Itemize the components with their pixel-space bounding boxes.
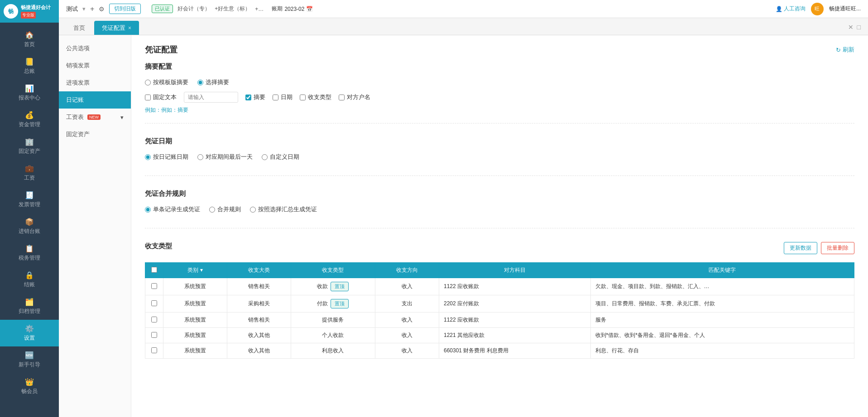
direction-cell: 收入	[375, 328, 439, 343]
support-icon: 👤	[776, 6, 782, 12]
sidebar-item-guide[interactable]: 🆕 新手引导	[0, 346, 59, 373]
row-checkbox-cell	[145, 295, 163, 313]
logo-badge: 专业版	[21, 12, 36, 19]
sidebar-item-home[interactable]: 🏠 首页	[0, 26, 59, 53]
support-button[interactable]: 👤 人工咨询	[776, 5, 806, 13]
ledger-icon: 📒	[25, 57, 34, 66]
update-data-button[interactable]: 更新数据	[784, 242, 817, 254]
merge-rule-radio[interactable]: 合并规则	[209, 205, 241, 213]
sidebar-item-invoice[interactable]: 🧾 发票管理	[0, 186, 59, 213]
fixed-text-checkbox[interactable]: 固定文本	[145, 93, 177, 101]
fixed-text-input[interactable]	[184, 92, 238, 103]
merge-rules-title: 凭证合并规则	[145, 190, 854, 198]
row-checkbox[interactable]	[151, 347, 157, 353]
summary-select-radio[interactable]: 选择摘要	[197, 78, 229, 86]
sidebar-item-settings[interactable]: ⚙️ 设置	[0, 320, 59, 346]
row-checkbox[interactable]	[151, 317, 157, 322]
date-checkbox[interactable]: 日期	[273, 93, 293, 101]
sidebar-logo: 畅 畅捷通好会计 专业版	[0, 0, 59, 23]
left-nav-journal[interactable]: 日记账	[59, 91, 131, 109]
journal-date-radio[interactable]: 按日记账日期	[145, 153, 188, 161]
content-area: 公共选项 销项发票 进项发票 日记账 工资表 NEW ▾ 固定资产	[59, 35, 868, 417]
row-checkbox[interactable]	[151, 283, 157, 289]
summary-checkbox[interactable]: 摘要	[245, 93, 265, 101]
major-cell: 销售相关	[227, 278, 291, 295]
sidebar-item-purchasing[interactable]: 📦 进销台账	[0, 213, 59, 240]
custom-date-radio[interactable]: 自定义日期	[262, 153, 299, 161]
left-panel: 公共选项 销项发票 进项发票 日记账 工资表 NEW ▾ 固定资产	[59, 35, 131, 417]
counterparty-checkbox[interactable]: 对方户名	[339, 93, 370, 101]
single-record-radio[interactable]: 单条记录生成凭证	[145, 205, 200, 213]
window-maximize-button[interactable]: □	[857, 24, 861, 31]
tab-home[interactable]: 首页	[66, 21, 92, 35]
summary-gen-radio[interactable]: 按照选择汇总生成凭证	[250, 205, 317, 213]
refresh-button[interactable]: ↻ 刷新	[836, 46, 854, 54]
topbar: 测试 ▾ + ⚙ 切到旧版 已认证 好会计（专） +好生意（标） +… 账期 2…	[59, 0, 868, 18]
topbar-add-button[interactable]: +	[90, 5, 94, 13]
user-name: 畅捷通旺旺...	[829, 5, 861, 13]
tab-close-icon[interactable]: ×	[128, 25, 131, 31]
subject-cell: 1122 应收账款	[439, 278, 590, 295]
category-cell: 系统预置	[163, 313, 227, 328]
summary-checkbox-row: 固定文本 摘要 日期 收支类型	[145, 92, 854, 103]
category-cell: 系统预置	[163, 343, 227, 359]
table-actions: 更新数据 批量删除	[784, 242, 854, 254]
sidebar-item-tax[interactable]: 📋 税务管理	[0, 240, 59, 266]
sidebar-item-ledger[interactable]: 📒 总账	[0, 53, 59, 80]
left-nav-public[interactable]: 公共选项	[59, 40, 131, 57]
col-subject: 对方科目	[439, 263, 590, 278]
summary-template-radio[interactable]: 按模板版摘要	[145, 78, 188, 86]
row-checkbox[interactable]	[151, 300, 157, 306]
top-tag-button[interactable]: 置顶	[331, 282, 349, 291]
sidebar-item-member[interactable]: 👑 畅会员	[0, 373, 59, 400]
income-expense-title: 收支类型	[145, 242, 172, 251]
sidebar-item-assets[interactable]: 🏢 固定资产	[0, 133, 59, 160]
home-icon: 🏠	[25, 31, 34, 39]
type-checkbox[interactable]: 收支类型	[300, 93, 331, 101]
sidebar-nav: 🏠 首页 📒 总账 📊 报表中心 💰 资金管理 🏢 固定资产 💼 工资 🧾 发票…	[0, 23, 59, 417]
example-text: 例如：例如：摘要	[145, 106, 854, 114]
keywords-cell: 项目、日常费用、报销款、车费、承兑汇票、付款	[590, 295, 854, 313]
archive-icon: 🗂️	[25, 298, 34, 306]
type-cell: 个人收款	[291, 328, 375, 343]
calendar-icon[interactable]: 📅	[306, 6, 313, 12]
version-switch-button[interactable]: 切到旧版	[109, 4, 141, 14]
sidebar-item-close[interactable]: 🔒 结账	[0, 266, 59, 293]
category-cell: 系统预置	[163, 295, 227, 313]
assets-icon: 🏢	[25, 137, 34, 146]
keywords-cell: 收到*借款、收到*备用金、退回*备用金、个人	[590, 328, 854, 343]
direction-cell: 收入	[375, 313, 439, 328]
left-nav-purchase[interactable]: 进项发票	[59, 74, 131, 91]
topbar-settings-icon[interactable]: ⚙	[99, 5, 105, 13]
direction-cell: 收入	[375, 278, 439, 295]
summary-config-section: 摘要配置 按模板版摘要 选择摘要 固定文本	[145, 62, 854, 123]
row-checkbox-cell	[145, 278, 163, 295]
sidebar-item-reports[interactable]: 📊 报表中心	[0, 80, 59, 106]
period-last-radio[interactable]: 对应期间最后一天	[197, 153, 253, 161]
type-cell: 付款 置顶	[291, 295, 375, 313]
table-row: 系统预置 收入其他 个人收款 收入 1221 其他应收款 收到*借款、收到*备用…	[145, 328, 854, 343]
select-all-checkbox[interactable]	[151, 267, 157, 273]
row-checkbox[interactable]	[151, 332, 157, 338]
sidebar-item-archive[interactable]: 🗂️ 归档管理	[0, 293, 59, 320]
subject-cell: 2202 应付账款	[439, 295, 590, 313]
tab-voucher-config[interactable]: 凭证配置 ×	[94, 21, 139, 35]
sidebar-item-funds[interactable]: 💰 资金管理	[0, 106, 59, 133]
guide-icon: 🆕	[25, 351, 34, 360]
left-nav-fixed-assets[interactable]: 固定资产	[59, 126, 131, 143]
voucher-date-radio-group: 按日记账日期 对应期间最后一天 自定义日期	[145, 153, 854, 161]
top-tag-button[interactable]: 置顶	[331, 299, 349, 308]
close-period-icon: 🔒	[25, 271, 34, 280]
logo-icon: 畅	[4, 4, 18, 19]
major-cell: 采购相关	[227, 295, 291, 313]
tabbar: 首页 凭证配置 × ✕ □	[59, 18, 868, 35]
window-close-button[interactable]: ✕	[848, 24, 854, 31]
topbar-dropdown-icon[interactable]: ▾	[82, 5, 86, 12]
left-nav-sales[interactable]: 销项发票	[59, 57, 131, 74]
category-cell: 系统预置	[163, 278, 227, 295]
batch-delete-button[interactable]: 批量删除	[821, 242, 854, 254]
new-badge: NEW	[87, 114, 101, 120]
sidebar-item-salary[interactable]: 💼 工资	[0, 160, 59, 186]
type-cell: 利息收入	[291, 343, 375, 359]
left-nav-payroll[interactable]: 工资表 NEW ▾	[59, 109, 131, 126]
